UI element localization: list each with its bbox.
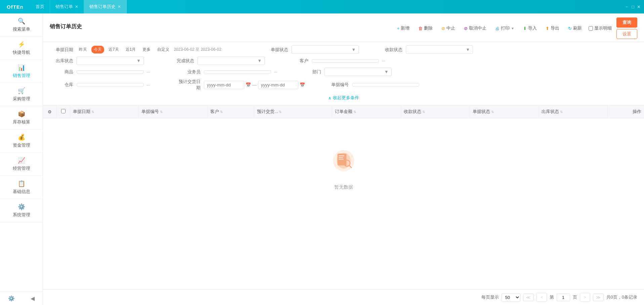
completion-status-select[interactable]: ▼	[198, 56, 265, 65]
tab-sales-order-close[interactable]: ✕	[75, 4, 78, 9]
refresh-icon: ↻	[568, 26, 572, 31]
sort-payment-status-icon: ⇅	[422, 110, 425, 114]
dept-chevron: ▼	[384, 69, 389, 74]
search-button[interactable]: 查询	[616, 17, 637, 28]
prev-page-button[interactable]: ＜	[536, 293, 547, 302]
sidebar-item-finance-label: 资金管理	[13, 142, 30, 148]
sidebar-collapse-icon[interactable]: ◀	[31, 295, 35, 302]
table-body: 暂无数据	[43, 118, 644, 204]
collapse-bar[interactable]: ∧ 收起更多条件	[50, 93, 637, 102]
warehouse-input[interactable]	[77, 83, 144, 86]
th-amount[interactable]: 订单金额 ⇅	[332, 105, 401, 118]
maximize-icon[interactable]: □	[632, 4, 634, 9]
print-button[interactable]: 🖨 打印 ▼	[492, 24, 518, 33]
close-window-icon[interactable]: ✕	[637, 4, 641, 9]
th-order-status[interactable]: 单据状态 ⇅	[470, 105, 539, 118]
cancel-stop-button[interactable]: ⊘ 取消中止	[461, 24, 490, 33]
empty-state-row: 暂无数据	[43, 118, 644, 204]
date-today[interactable]: 今天	[91, 46, 104, 53]
payment-status-chevron: ▼	[466, 47, 470, 52]
per-page-select[interactable]: 50 10 20 100	[502, 293, 520, 302]
settings-icon[interactable]: ⚙	[48, 109, 52, 114]
last-page-button[interactable]: ≫	[593, 294, 604, 301]
export-button[interactable]: ⬆ 导出	[542, 24, 563, 33]
sidebar-item-inventory[interactable]: 📦 库存核算	[0, 106, 43, 129]
svg-rect-4	[339, 157, 343, 158]
salesperson-input[interactable]	[204, 70, 271, 74]
warehouse-dotdot[interactable]: ···	[146, 82, 150, 87]
page-label: 第	[550, 294, 554, 300]
sidebar-settings-icon[interactable]: ⚙️	[8, 295, 15, 302]
th-settings[interactable]: ⚙	[43, 105, 56, 118]
content-area: 销售订单历史 + 新增 🗑 删除 ⊘ 中止	[43, 13, 644, 305]
customer-dotdot[interactable]: ···	[382, 58, 385, 63]
sidebar-item-search-menu[interactable]: 🔍 搜索菜单	[0, 13, 43, 37]
date-yesterday[interactable]: 昨天	[77, 46, 89, 53]
next-page-button[interactable]: ＞	[580, 293, 590, 302]
delete-button[interactable]: 🗑 删除	[415, 24, 436, 33]
date-7days[interactable]: 近7天	[106, 46, 121, 53]
warehouse-label: 仓库	[50, 82, 77, 88]
minimize-icon[interactable]: －	[625, 4, 629, 10]
goods-dotdot[interactable]: ···	[146, 69, 150, 74]
tab-home[interactable]: 首页	[30, 0, 50, 13]
stop-button[interactable]: ⊘ 中止	[438, 24, 459, 33]
sidebar-item-sales[interactable]: 📊 销售管理	[0, 60, 43, 83]
page-input[interactable]	[557, 294, 570, 301]
cancel-stop-label: 取消中止	[469, 25, 486, 31]
svg-point-8	[351, 156, 353, 157]
new-button[interactable]: + 新增	[394, 24, 413, 33]
filter-row-2: 出库状态 ▼ 完成状态 ▼ 客户 ···	[50, 56, 637, 65]
delivery-status-select[interactable]: ▼	[77, 56, 144, 65]
tab-sales-order[interactable]: 销售订单 ✕	[50, 0, 84, 13]
th-order-status-label: 单据状态	[473, 109, 490, 115]
show-detail-checkbox[interactable]	[589, 26, 593, 31]
date-custom[interactable]: 自定义	[155, 46, 172, 53]
customer-input[interactable]	[312, 59, 379, 63]
tab-sales-order-history[interactable]: 销售订单历史 ✕	[84, 0, 127, 13]
dept-label: 部门	[298, 69, 325, 75]
dept-select[interactable]: ▼	[325, 68, 392, 76]
sidebar-item-purchase[interactable]: 🛒 采购管理	[0, 83, 43, 106]
import-button[interactable]: ⬇ 导入	[520, 24, 540, 33]
date-more[interactable]: 更多	[140, 46, 153, 53]
expected-delivery-start[interactable]	[204, 81, 244, 89]
sidebar-item-operations[interactable]: 📈 经营管理	[0, 153, 43, 176]
page-title: 销售订单历史	[50, 23, 82, 30]
sort-date-icon: ⇅	[91, 110, 94, 114]
sidebar-item-finance[interactable]: 💰 资金管理	[0, 129, 43, 153]
first-page-button[interactable]: ≪	[523, 294, 534, 301]
th-customer[interactable]: 客户 ⇅	[208, 105, 254, 118]
expected-delivery-end[interactable]	[258, 81, 298, 89]
svg-point-9	[353, 159, 354, 160]
salesperson-dotdot[interactable]: ···	[274, 69, 277, 74]
settings-button[interactable]: 设置	[616, 29, 637, 39]
sidebar-item-system[interactable]: ⚙️ 系统管理	[0, 199, 43, 222]
sidebar-item-data[interactable]: 📋 基础信息	[0, 176, 43, 199]
goods-input[interactable]	[77, 70, 144, 74]
select-all-checkbox[interactable]	[61, 109, 66, 113]
tab-sales-order-history-close[interactable]: ✕	[118, 4, 121, 9]
cancel-stop-icon: ⊘	[464, 26, 468, 31]
new-icon: +	[397, 26, 400, 31]
calendar-end-icon[interactable]: 📅	[300, 82, 305, 87]
export-icon: ⬆	[546, 26, 549, 31]
completion-status-chevron: ▼	[257, 58, 262, 63]
th-payment-status[interactable]: 收款状态 ⇅	[401, 105, 470, 118]
th-number[interactable]: 单据编号 ⇅	[139, 105, 208, 118]
th-delivery-status[interactable]: 出库状态 ⇅	[539, 105, 607, 118]
th-expected-delivery[interactable]: 预计交货... ⇅	[254, 105, 332, 118]
pagination-bar: 每页显示 50 10 20 100 ≪ ＜ 第 页 ＞ ≫ 共0页，0条记录	[43, 289, 644, 305]
calendar-start-icon[interactable]: 📅	[246, 82, 251, 87]
sidebar-item-quick-nav[interactable]: ⚡ 快捷导航	[0, 37, 43, 60]
order-status-select[interactable]: ▼	[292, 45, 359, 54]
system-icon: ⚙️	[18, 203, 25, 211]
th-checkbox[interactable]	[56, 105, 70, 118]
date-1month[interactable]: 近1月	[123, 46, 138, 53]
refresh-button[interactable]: ↻ 刷新	[565, 24, 585, 33]
order-number-input[interactable]	[352, 83, 419, 86]
payment-status-select[interactable]: ▼	[406, 45, 473, 54]
delivery-status-label: 出库状态	[50, 58, 77, 64]
th-date[interactable]: 单据日期 ⇅	[70, 105, 139, 118]
th-expected-delivery-label: 预计交货...	[257, 109, 278, 115]
